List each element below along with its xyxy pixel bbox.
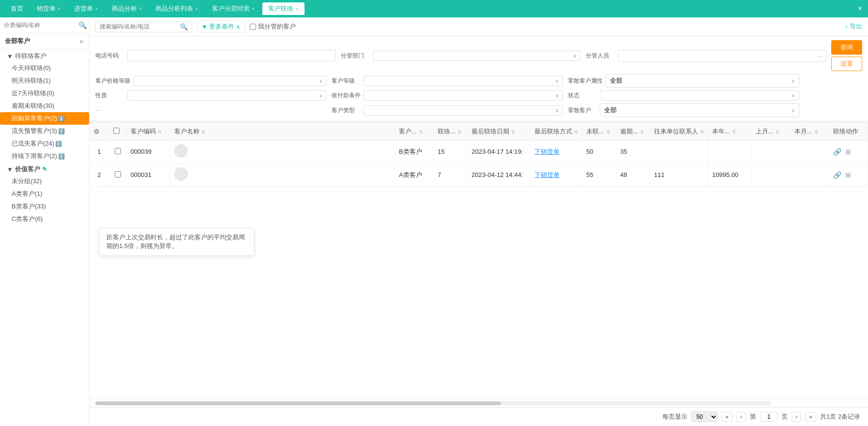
per-page-select[interactable]: 50 10 20 100	[691, 411, 718, 422]
th-unit-contact[interactable]: 往来单位联系人 ⇅	[650, 123, 708, 140]
price-level-chevron-icon: ∨	[319, 78, 322, 84]
scrollbar-track[interactable]	[95, 401, 771, 405]
sidebar-item-declining[interactable]: 持续下滑客户(2) ℹ️	[0, 150, 89, 162]
row2-last-method[interactable]: 下销货单	[531, 163, 582, 187]
payment-select[interactable]: ∨	[364, 90, 563, 101]
sidebar-item-churned[interactable]: 已流失客户(24) ℹ️	[0, 137, 89, 150]
sidebar-item-repurchase-abnormal[interactable]: 回购异常客户(2) ℹ️	[0, 112, 89, 125]
last-page-button[interactable]: »	[805, 412, 816, 422]
settings-button[interactable]: 设置	[831, 57, 862, 71]
sidebar-search-input[interactable]	[4, 22, 76, 29]
th-last-method[interactable]: 最后联络方式 ⇅	[531, 123, 582, 140]
all-customers-label: 全部客户	[5, 37, 30, 45]
sidebar-collapse-icon[interactable]: »	[78, 36, 84, 46]
sidebar-search-icon[interactable]: 🔍	[78, 21, 87, 29]
scrollbar-thumb[interactable]	[95, 401, 501, 405]
cust-level-select[interactable]: ∨	[364, 76, 563, 86]
tab-product-analysis-list[interactable]: 商品分析列表 ×	[150, 2, 204, 15]
value-group-edit-icon[interactable]: ✎	[42, 166, 47, 173]
row1-link-icon[interactable]: 🔗	[833, 148, 841, 156]
th-code[interactable]: 客户编码 ⇅	[126, 123, 170, 140]
my-customer-checkbox[interactable]	[250, 24, 256, 30]
select-all-checkbox[interactable]	[113, 128, 120, 134]
nature-select[interactable]: ∨	[127, 90, 327, 101]
first-page-button[interactable]: «	[722, 412, 733, 422]
sidebar-item-today-pending[interactable]: 今天待联络(0)	[0, 62, 89, 74]
export-button[interactable]: ↑ 导出	[845, 22, 863, 31]
retail-attr-select[interactable]: 全部 ∨	[606, 74, 799, 88]
row1-name[interactable]	[170, 140, 395, 163]
prev-page-button[interactable]: ‹	[736, 412, 746, 422]
horizontal-scrollbar-area	[90, 399, 868, 407]
row1-last-month	[752, 140, 791, 163]
close-purchase-order-icon[interactable]: ×	[95, 6, 98, 12]
value-group-label: 价值客户	[15, 165, 40, 174]
filter-more-button[interactable]: ···	[95, 107, 100, 114]
tab-home[interactable]: 首页	[5, 2, 29, 15]
search-icon[interactable]: 🔍	[180, 23, 188, 30]
search-input[interactable]	[100, 23, 177, 30]
row1-this-month	[791, 140, 829, 163]
row1-grid-icon[interactable]: ⊞	[845, 148, 851, 156]
row2-select-checkbox[interactable]	[115, 171, 121, 177]
close-product-analysis-list-icon[interactable]: ×	[195, 6, 198, 12]
repurchase-abnormal-label: 回购异常客户(2)	[12, 114, 57, 123]
status-select[interactable]: ∨	[600, 90, 799, 101]
row2-name[interactable]	[170, 163, 395, 187]
th-contact[interactable]: 联络... ⇅	[434, 123, 468, 140]
th-this-month[interactable]: 本月... ⇅	[791, 123, 829, 140]
th-not-contact[interactable]: 未联... ⇅	[582, 123, 616, 140]
pending-group-label: 待联络客户	[15, 52, 46, 60]
row1-last-method[interactable]: 下销货单	[531, 140, 582, 163]
person-select[interactable]: ···	[618, 50, 826, 62]
th-overdue[interactable]: 逾期... ⇅	[616, 123, 650, 140]
tab-customer-contact[interactable]: 客户联络 ×	[262, 2, 304, 15]
table-settings-icon[interactable]: ⚙	[93, 128, 100, 135]
main-layout: 🔍 全部客户 » ▼ 待联络客户 今天待联络(0) 明天待联络(1) 近7天待联…	[0, 17, 868, 426]
close-sales-order-icon[interactable]: ×	[58, 6, 61, 12]
row2-grid-icon[interactable]: ⊞	[845, 171, 851, 179]
query-button[interactable]: 查询	[831, 40, 862, 55]
sidebar-item-churn-warning[interactable]: 流失预警客户(3) ℹ️	[0, 125, 89, 137]
more-conditions-button[interactable]: ▼ 更多条件 ∧	[197, 20, 245, 33]
next-page-button[interactable]: ›	[792, 412, 801, 422]
tab-sales-order[interactable]: 销货单 ×	[31, 2, 66, 15]
repurchase-info-icon: ℹ️	[58, 116, 65, 122]
tab-customer-tier[interactable]: 客户分层经营 ×	[206, 2, 260, 15]
th-last-date[interactable]: 最后联络日期 ⇅	[468, 123, 531, 140]
sidebar-item-class-b[interactable]: B类客户(33)	[0, 200, 89, 213]
price-level-select[interactable]: ∨	[133, 76, 327, 86]
close-customer-tier-icon[interactable]: ×	[252, 6, 255, 12]
page-number-input[interactable]	[760, 412, 777, 422]
person-more-icon[interactable]: ···	[817, 52, 822, 59]
th-last-month[interactable]: 上月... ⇅	[752, 123, 791, 140]
row1-contact: 15	[434, 140, 468, 163]
all-customers-header[interactable]: 全部客户 »	[0, 33, 89, 49]
th-cust-type[interactable]: 客户... ⇅	[395, 123, 434, 140]
dept-select[interactable]: ∨	[373, 51, 581, 61]
status-label: 状态	[568, 91, 597, 100]
sidebar-item-class-c[interactable]: C类客户(6)	[0, 213, 89, 225]
table-container[interactable]: ⚙ 客户编码 ⇅	[90, 123, 868, 399]
row2-contact: 7	[434, 163, 468, 187]
sidebar-item-tomorrow-pending[interactable]: 明天待联络(1)	[0, 74, 89, 87]
window-close-button[interactable]: ×	[858, 4, 862, 13]
sidebar-item-overdue-contact[interactable]: 逾期未联络(30)	[0, 100, 89, 112]
sidebar-group-value-customers[interactable]: ▼ 价值客户 ✎	[0, 162, 89, 175]
retail-customer-select[interactable]: 全部 ∨	[600, 103, 799, 117]
phone-input[interactable]	[127, 50, 336, 61]
close-product-analysis-icon[interactable]: ×	[139, 6, 142, 12]
sidebar-item-7days-pending[interactable]: 近7天待联络(0)	[0, 87, 89, 100]
th-this-year[interactable]: 本年... ⇅	[708, 123, 752, 140]
row2-link-icon[interactable]: 🔗	[833, 171, 841, 179]
row1-select-checkbox[interactable]	[115, 148, 121, 154]
sidebar-item-class-a[interactable]: A类客户(1)	[0, 188, 89, 200]
sidebar-item-ungrouped[interactable]: 未分组(32)	[0, 175, 89, 188]
cust-type-select[interactable]: ∨	[364, 105, 563, 116]
close-customer-contact-icon[interactable]: ×	[295, 6, 298, 12]
tab-purchase-order[interactable]: 进货单 ×	[68, 2, 104, 15]
sidebar-group-pending-contact[interactable]: ▼ 待联络客户	[0, 49, 89, 62]
filter-cust-level: 客户等级 ∨	[332, 76, 563, 86]
tab-product-analysis[interactable]: 商品分析 ×	[106, 2, 148, 15]
th-name[interactable]: 客户名称 ⇅	[170, 123, 395, 140]
